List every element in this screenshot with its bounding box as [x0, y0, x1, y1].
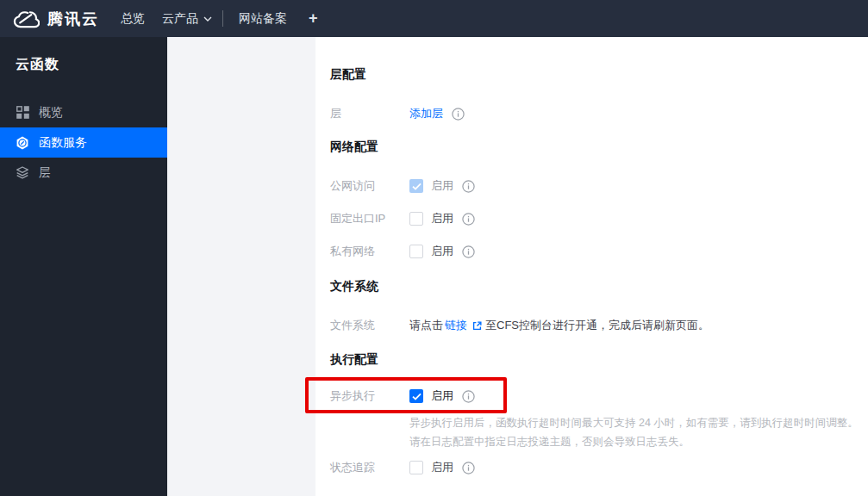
enable-label: 启用 — [431, 388, 453, 404]
section-heading-execution-config: 执行配置 — [330, 351, 378, 367]
sidebar: 云函数 概览 函数服务 — [0, 37, 167, 496]
sidebar-item-function-service[interactable]: 函数服务 — [0, 127, 167, 158]
cfs-console-link[interactable]: 链接 — [445, 318, 467, 333]
layers-icon — [16, 166, 29, 179]
setting-row-fixed-egress-ip: 固定出口IP 启用 — [330, 209, 859, 228]
sidebar-item-layers[interactable]: 层 — [0, 158, 167, 188]
nav-divider — [222, 10, 223, 27]
enable-label: 启用 — [431, 211, 453, 226]
secondary-panel — [167, 37, 315, 496]
section-heading-layer-config: 层配置 — [330, 66, 366, 82]
nav-item-label: 总览 — [121, 11, 145, 27]
private-network-checkbox[interactable] — [409, 245, 423, 258]
help-text-before: 请点击 — [409, 318, 443, 333]
info-icon[interactable] — [462, 462, 475, 474]
sidebar-item-label: 函数服务 — [39, 135, 87, 151]
status-tracking-checkbox[interactable] — [409, 461, 423, 474]
description-line: 异步执行启用后，函数执行超时时间最大可支持 24 小时，如有需要，请到执行超时时… — [409, 413, 859, 432]
sidebar-item-label: 概览 — [39, 105, 63, 121]
setting-label: 私有网络 — [330, 244, 409, 259]
info-icon[interactable] — [462, 245, 475, 258]
file-system-help-text: 请点击 链接 至CFS控制台进行开通，完成后请刷新页面。 — [409, 318, 709, 333]
grid-icon — [16, 106, 29, 119]
setting-label: 文件系统 — [330, 318, 409, 333]
setting-label: 公网访问 — [330, 178, 409, 194]
enable-label: 启用 — [431, 244, 453, 259]
async-execution-description: 异步执行启用后，函数执行超时时间最大可支持 24 小时，如有需要，请到执行超时时… — [409, 413, 859, 451]
description-line: 请在日志配置中指定日志投递主题，否则会导致日志丢失。 — [409, 432, 859, 451]
setting-row-layer: 层 添加层 — [330, 104, 859, 123]
setting-row-private-network: 私有网络 启用 — [330, 242, 859, 261]
nav-item-overview[interactable]: 总览 — [121, 0, 145, 37]
info-icon[interactable] — [462, 213, 475, 226]
enable-label: 启用 — [431, 460, 453, 475]
help-text-after: 至CFS控制台进行开通，完成后请刷新页面。 — [485, 318, 709, 333]
setting-label: 异步执行 — [330, 388, 409, 404]
setting-row-async-execution: 异步执行 启用 — [330, 387, 859, 406]
setting-row-file-system: 文件系统 请点击 链接 至CFS控制台进行开通，完成后请刷新页面。 — [330, 316, 859, 335]
tencent-cloud-logo-icon — [13, 9, 40, 28]
public-access-checkbox[interactable] — [409, 179, 423, 193]
setting-label: 状态追踪 — [330, 460, 409, 475]
sidebar-menu: 概览 函数服务 层 — [0, 97, 167, 188]
setting-label: 层 — [330, 106, 409, 121]
setting-row-public-access: 公网访问 启用 — [330, 177, 859, 195]
section-heading-network-config: 网络配置 — [330, 139, 378, 154]
sidebar-item-overview[interactable]: 概览 — [0, 97, 167, 127]
tencent-cloud-brand[interactable]: 腾讯云 — [13, 0, 99, 37]
add-layer-link[interactable]: 添加层 — [409, 106, 443, 121]
setting-label: 固定出口IP — [330, 211, 409, 226]
settings-content: 层配置 层 添加层 网络配置 公网访问 启用 固定出口IP 启 — [315, 37, 868, 496]
section-heading-file-system: 文件系统 — [330, 278, 378, 294]
top-navigation: 腾讯云 总览 云产品 网站备案 + — [0, 0, 868, 37]
nav-item-label: 网站备案 — [239, 11, 287, 27]
function-icon — [16, 136, 29, 150]
external-link-icon — [471, 320, 483, 332]
chevron-down-icon — [203, 16, 212, 22]
nav-item-cloud-products[interactable]: 云产品 — [162, 0, 212, 37]
nav-item-label: 云产品 — [162, 11, 198, 27]
sidebar-title: 云函数 — [16, 56, 167, 74]
async-execution-checkbox[interactable] — [409, 389, 423, 403]
info-icon[interactable] — [452, 108, 465, 121]
brand-name: 腾讯云 — [47, 9, 99, 29]
plus-icon: + — [309, 9, 318, 28]
fixed-egress-ip-checkbox[interactable] — [409, 212, 423, 226]
add-tab-button[interactable]: + — [309, 0, 318, 37]
setting-row-status-tracking: 状态追踪 启用 — [330, 458, 859, 477]
sidebar-item-label: 层 — [39, 165, 51, 181]
info-icon[interactable] — [462, 180, 475, 193]
info-icon[interactable] — [462, 390, 475, 403]
enable-label: 启用 — [431, 178, 453, 194]
nav-item-website-record[interactable]: 网站备案 — [239, 0, 287, 37]
